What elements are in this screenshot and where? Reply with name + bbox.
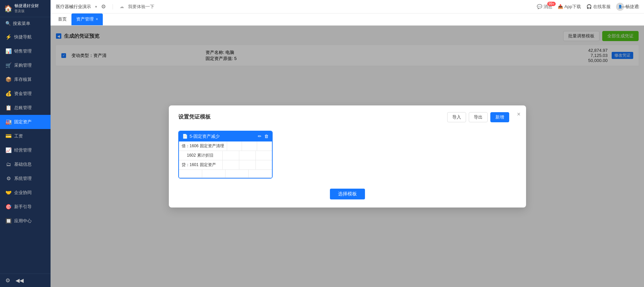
sidebar-label: 工资 (14, 133, 23, 139)
sidebar-item-fund[interactable]: 💰 资金管理 (0, 87, 51, 101)
maximize-icon: □ (636, 4, 639, 10)
topbar: 医疗器械行业演示 ▾ ⚙ ☁ 我要体验一下 💬 消息 99+ 📥 App下载 🎧… (51, 0, 644, 13)
app-download-button[interactable]: 📥 App下载 (558, 4, 581, 10)
dialog-toolbar: 导入 导出 新增 (447, 112, 509, 122)
entry-2-col3 (239, 151, 256, 160)
sidebar-item-app-center[interactable]: 🔲 应用中心 (0, 214, 51, 228)
entry-2-direction: 1602 累计折旧 (179, 151, 223, 160)
fixed-assets-icon: 🏭 (5, 119, 11, 125)
sidebar-label: 资金管理 (14, 91, 32, 97)
template-entry-row-1: 借：1606 固定资产清理 (179, 141, 272, 151)
tab-home[interactable]: 首页 (53, 13, 71, 25)
select-template-button[interactable]: 选择模板 (330, 189, 365, 199)
sidebar-item-fixed-assets[interactable]: 🏭 固定资产 (0, 115, 51, 129)
system-icon: ⚙ (5, 176, 11, 182)
entry-3-col2 (223, 160, 239, 169)
template-actions: ✏ 🗑 (258, 134, 269, 139)
template-file-icon: 📄 (182, 134, 188, 139)
collapse-icon[interactable]: ◀◀ (16, 277, 24, 284)
template-card[interactable]: 📄 5-固定资产减少 ✏ 🗑 借：1606 固定资产清理 (178, 131, 273, 179)
sidebar-item-quick-nav[interactable]: ⚡ 快捷导航 (0, 30, 51, 44)
company-name: 医疗器械行业演示 (56, 4, 91, 10)
gear-icon[interactable]: ⚙ (101, 3, 106, 10)
sidebar-label: 销售管理 (14, 48, 32, 54)
sidebar-item-salary[interactable]: 💳 工资 (0, 129, 51, 143)
entry-2-col4 (256, 151, 272, 160)
sidebar-label: 系统管理 (14, 176, 32, 182)
entry-1-col3 (242, 141, 257, 151)
search-icon: 🔍 (5, 21, 11, 26)
sidebar-label: 总账管理 (14, 105, 32, 111)
sidebar: 🏠 畅捷通好业财 普及版 🔍 搜索菜单 ⚡ 快捷导航 📊 销售管理 🛒 采购管 (0, 0, 51, 287)
entry-3-direction: 贷：1601 固定资产 (179, 160, 223, 169)
tab-home-label: 首页 (58, 16, 67, 22)
sales-icon: 📊 (5, 48, 11, 54)
maximize-button[interactable]: □ (631, 0, 644, 13)
online-service-label: 在线客服 (593, 4, 611, 10)
sidebar-label: 经营管理 (14, 147, 32, 153)
minimize-icon: — (621, 4, 626, 10)
entry-1-col4 (257, 141, 272, 151)
sidebar-search[interactable]: 🔍 搜索菜单 (0, 17, 51, 30)
app-download-label: App下载 (564, 4, 581, 10)
tab-asset-management[interactable]: 资产管理 × (71, 13, 103, 25)
dialog-overlay: × 设置凭证模板 导入 导出 新增 📄 5-固定资产减少 (51, 26, 644, 287)
entry-1-direction: 借：1606 固定资产清理 (179, 141, 227, 151)
sidebar-item-enterprise[interactable]: 🤝 企业协同 (0, 186, 51, 200)
guide-icon: 🎯 (5, 204, 11, 210)
sidebar-label: 新手引导 (14, 204, 32, 210)
entry-1-col2 (227, 141, 242, 151)
sidebar-logo: 🏠 畅捷通好业财 普及版 (0, 0, 51, 17)
sidebar-item-guide[interactable]: 🎯 新手引导 (0, 200, 51, 214)
template-delete-icon[interactable]: 🗑 (264, 134, 269, 139)
app-edition: 普及版 (14, 9, 39, 13)
minimize-button[interactable]: — (617, 0, 631, 13)
online-service-button[interactable]: 🎧 在线客服 (586, 4, 611, 10)
sidebar-item-system[interactable]: ⚙ 系统管理 (0, 171, 51, 186)
template-body: 借：1606 固定资产清理 1602 累计折旧 (179, 141, 272, 178)
entry-2-col2 (223, 151, 239, 160)
chevron-down-icon[interactable]: ▾ (95, 4, 97, 9)
template-header: 📄 5-固定资产减少 ✏ 🗑 (179, 131, 272, 141)
download-icon: 📥 (558, 4, 563, 9)
template-entry-row-3: 贷：1601 固定资产 (179, 160, 272, 170)
quick-nav-icon: ⚡ (5, 34, 11, 40)
operations-icon: 📈 (5, 147, 11, 153)
template-edit-icon[interactable]: ✏ (258, 134, 262, 139)
entry-3-col3 (239, 160, 256, 169)
main-area: 医疗器械行业演示 ▾ ⚙ ☁ 我要体验一下 💬 消息 99+ 📥 App下载 🎧… (51, 0, 644, 287)
app-center-icon: 🔲 (5, 218, 11, 224)
purchase-icon: 🛒 (5, 62, 11, 68)
ledger-icon: 📋 (5, 105, 11, 111)
sidebar-label: 库存核算 (14, 76, 32, 83)
sidebar-item-inventory[interactable]: 📦 库存核算 (0, 72, 51, 87)
sidebar-label: 企业协同 (14, 190, 32, 196)
sidebar-label: 快捷导航 (14, 34, 32, 40)
import-button[interactable]: 导入 (447, 112, 466, 122)
export-button[interactable]: 导出 (469, 112, 488, 122)
entry-3-col4 (256, 160, 272, 169)
settings-icon[interactable]: ⚙ (5, 277, 10, 284)
new-button[interactable]: 新增 (490, 112, 509, 122)
template-empty-row (179, 170, 272, 178)
fund-icon: 💰 (5, 91, 11, 97)
sidebar-label: 采购管理 (14, 62, 32, 68)
sidebar-nav: ⚡ 快捷导航 📊 销售管理 🛒 采购管理 📦 库存核算 💰 资金管理 📋 (0, 30, 51, 274)
inventory-icon: 📦 (5, 76, 11, 83)
sidebar-label: 固定资产 (14, 119, 32, 125)
sidebar-item-operations[interactable]: 📈 经营管理 (0, 143, 51, 157)
tabs-bar: 首页 资产管理 × — □ (51, 13, 644, 26)
dialog-close-button[interactable]: × (517, 111, 521, 118)
sidebar-item-basic-info[interactable]: 🗂 基础信息 (0, 157, 51, 171)
sidebar-item-ledger[interactable]: 📋 总账管理 (0, 101, 51, 115)
headset-icon: 🎧 (586, 4, 592, 9)
sidebar-item-purchase[interactable]: 🛒 采购管理 (0, 58, 51, 72)
cloud-icon: ☁ (120, 4, 124, 9)
basic-info-icon: 🗂 (5, 161, 11, 167)
sidebar-label: 基础信息 (14, 161, 32, 167)
sidebar-item-sales[interactable]: 📊 销售管理 (0, 44, 51, 58)
tab-close-icon[interactable]: × (96, 17, 98, 22)
salary-icon: 💳 (5, 133, 11, 139)
message-button[interactable]: 💬 消息 99+ (537, 4, 552, 10)
experience-text[interactable]: 我要体验一下 (128, 4, 154, 10)
